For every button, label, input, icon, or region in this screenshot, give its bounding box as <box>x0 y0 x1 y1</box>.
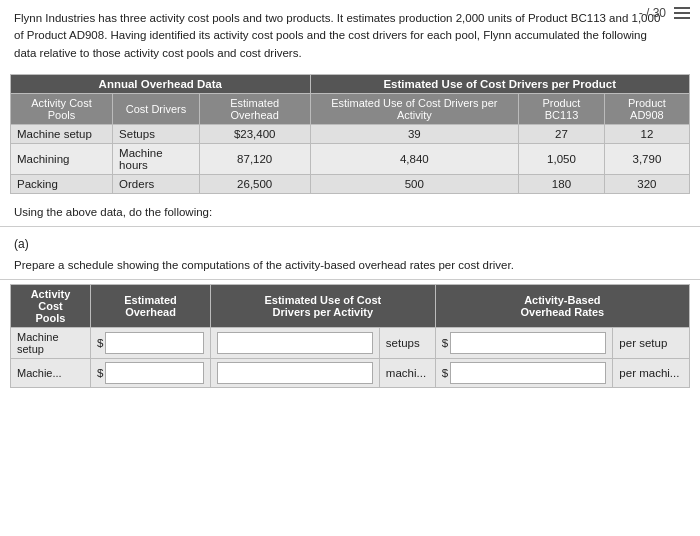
col-header-activity-cost-pools: Activity Cost Pools <box>11 93 113 124</box>
driver-cell: Machine hours <box>113 143 200 174</box>
dollar-sign-1: $ <box>97 337 103 349</box>
intro-paragraph: Flynn Industries has three activity cost… <box>0 0 680 68</box>
col-header-estimated-overhead: Estimated Overhead <box>199 93 310 124</box>
estimated-use-header: Estimated Use of Cost Drivers per Produc… <box>310 74 690 93</box>
col-header-cost-drivers: Cost Drivers <box>113 93 200 124</box>
cost-driver-input-1[interactable] <box>217 332 373 354</box>
bottom-table-header-row: ActivityCostPools EstimatedOverhead Esti… <box>11 284 690 327</box>
menu-icon[interactable] <box>674 7 690 19</box>
bottom-cost-driver-input-cell[interactable] <box>211 327 380 358</box>
page-counter: - / 30 <box>639 6 666 20</box>
overhead-cell: 26,500 <box>199 174 310 193</box>
ad908-cell: 320 <box>604 174 689 193</box>
bottom-overhead-input-cell[interactable]: $ <box>91 327 211 358</box>
est-use-cell: 4,840 <box>310 143 519 174</box>
driver-cell: Setups <box>113 124 200 143</box>
bc113-cell: 180 <box>519 174 605 193</box>
table-row: Machining Machine hours 87,120 4,840 1,0… <box>11 143 690 174</box>
dollar-sign-4: $ <box>442 367 448 379</box>
overhead-cell: 87,120 <box>199 143 310 174</box>
activity-cell: Machine setup <box>11 124 113 143</box>
main-table-header-row-1: Annual Overhead Data Estimated Use of Co… <box>11 74 690 93</box>
ad908-cell: 3,790 <box>604 143 689 174</box>
bc113-cell: 1,050 <box>519 143 605 174</box>
dollar-sign-3: $ <box>97 367 103 379</box>
rate-input-2[interactable] <box>450 362 606 384</box>
below-table-label: Using the above data, do the following: <box>14 206 212 218</box>
bottom-rate-dollar-cell[interactable]: $ <box>435 327 613 358</box>
bottom-rate-dollar-cell-2[interactable]: $ <box>435 358 613 387</box>
section-a-letter: (a) <box>14 237 29 251</box>
activity-cell: Machining <box>11 143 113 174</box>
unit-label-2: machi... <box>386 367 426 379</box>
main-data-table: Annual Overhead Data Estimated Use of Co… <box>10 74 690 194</box>
section-a-label: (a) <box>0 229 700 255</box>
unit-label-1: setups <box>386 337 420 349</box>
overhead-cell: $23,400 <box>199 124 310 143</box>
est-use-cell: 500 <box>310 174 519 193</box>
section-a-description-text: Prepare a schedule showing the computati… <box>14 259 514 271</box>
est-use-cell: 39 <box>310 124 519 143</box>
section-a-desc: Prepare a schedule showing the computati… <box>0 255 700 279</box>
bottom-per-label-cell-2: per machi... <box>613 358 690 387</box>
divider <box>0 226 700 227</box>
per-label-1: per setup <box>619 337 667 349</box>
cost-driver-input-2[interactable] <box>217 362 373 384</box>
per-label-2: per machi... <box>619 367 679 379</box>
driver-cell: Orders <box>113 174 200 193</box>
bottom-col-activity: ActivityCostPools <box>11 284 91 327</box>
col-header-product-bc113: Product BC113 <box>519 93 605 124</box>
table-row: Packing Orders 26,500 500 180 320 <box>11 174 690 193</box>
bottom-table-wrapper: ActivityCostPools EstimatedOverhead Esti… <box>0 279 700 392</box>
ad908-cell: 12 <box>604 124 689 143</box>
col-header-estimated-use: Estimated Use of Cost Drivers per Activi… <box>310 93 519 124</box>
bottom-table-row: Machie... $ machi... $ <box>11 358 690 387</box>
below-table-text: Using the above data, do the following: <box>0 198 700 224</box>
bottom-cost-driver-input-cell-2[interactable] <box>211 358 380 387</box>
dollar-sign-2: $ <box>442 337 448 349</box>
overhead-input-1[interactable] <box>105 332 204 354</box>
rate-input-1[interactable] <box>450 332 606 354</box>
bottom-activity-cell-2: Machie... <box>11 358 91 387</box>
bottom-activity-cell: Machinesetup <box>11 327 91 358</box>
main-table-header-row-2: Activity Cost Pools Cost Drivers Estimat… <box>11 93 690 124</box>
annual-overhead-header: Annual Overhead Data <box>11 74 311 93</box>
activity-cell: Packing <box>11 174 113 193</box>
bottom-col-activity-based: Activity-BasedOverhead Rates <box>435 284 689 327</box>
bottom-unit-label-cell-2: machi... <box>379 358 435 387</box>
bottom-overhead-input-cell-2[interactable]: $ <box>91 358 211 387</box>
intro-text: Flynn Industries has three activity cost… <box>14 12 660 59</box>
bottom-per-label-cell: per setup <box>613 327 690 358</box>
activity-label-2: Machie... <box>17 367 62 379</box>
table-row: Machine setup Setups $23,400 39 27 12 <box>11 124 690 143</box>
bottom-unit-label-cell: setups <box>379 327 435 358</box>
bottom-table-row: Machinesetup $ setups $ <box>11 327 690 358</box>
main-table-wrapper: Annual Overhead Data Estimated Use of Co… <box>0 68 700 198</box>
bottom-col-cost-drivers: Estimated Use of CostDrivers per Activit… <box>211 284 436 327</box>
overhead-input-2[interactable] <box>105 362 204 384</box>
col-header-product-ad908: Product AD908 <box>604 93 689 124</box>
bottom-col-estimated: EstimatedOverhead <box>91 284 211 327</box>
page-counter-area: - / 30 <box>639 6 690 20</box>
bottom-input-table: ActivityCostPools EstimatedOverhead Esti… <box>10 284 690 388</box>
bc113-cell: 27 <box>519 124 605 143</box>
